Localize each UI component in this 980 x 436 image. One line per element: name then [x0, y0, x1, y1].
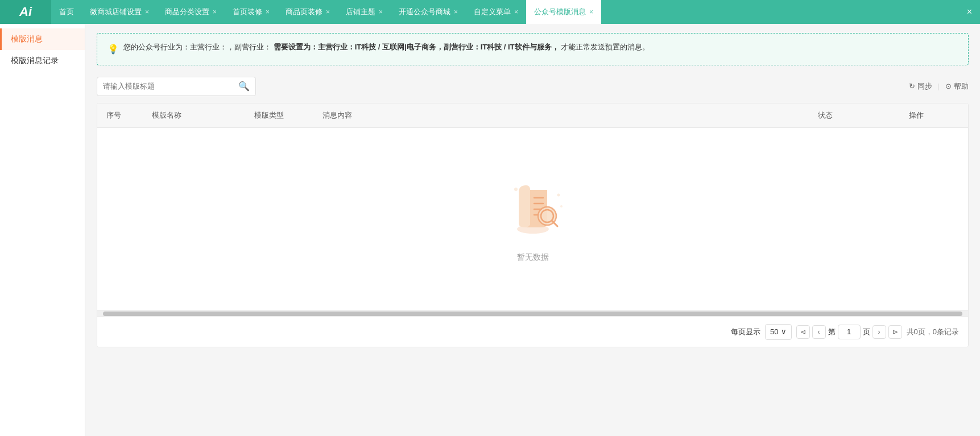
nav-tab-theme[interactable]: 店铺主题× — [338, 0, 391, 24]
scrollbar-area[interactable] — [97, 310, 968, 317]
first-page-button[interactable]: ⊲ — [796, 325, 810, 339]
tab-close-button[interactable]: × — [145, 9, 149, 15]
tab-close-button[interactable]: × — [213, 9, 217, 15]
page-size-label: 每页显示 — [731, 327, 760, 337]
sync-label: 同步 — [917, 81, 932, 92]
help-label: 帮助 — [954, 81, 969, 92]
nav-tab-label: 商品页装修 — [286, 7, 322, 17]
toolbar: 🔍 ↻ 同步 | ⊙ 帮助 — [97, 77, 969, 96]
tab-close-button[interactable]: × — [454, 9, 458, 15]
sidebar-item-template-msg-log[interactable]: 模版消息记录 — [0, 50, 85, 72]
page-number-input[interactable] — [838, 325, 861, 339]
nav-tab-home[interactable]: 首页 — [51, 0, 82, 24]
logo-text: Ai — [19, 5, 32, 19]
close-all-button[interactable]: × — [959, 7, 980, 17]
nav-tab-category[interactable]: 商品分类设置× — [157, 0, 225, 24]
chevron-down-icon: ∨ — [781, 327, 787, 336]
table-col-actions: 操作 — [900, 103, 968, 127]
next-page-button[interactable]: › — [873, 325, 886, 339]
page-size-select[interactable]: 50 ∨ — [765, 324, 791, 340]
svg-point-8 — [514, 188, 518, 191]
table-header: 序号模版名称模版类型消息内容状态操作 — [97, 103, 968, 128]
sidebar: 模版消息模版消息记录 — [0, 24, 85, 436]
top-nav: Ai 首页微商城店铺设置×商品分类设置×首页装修×商品页装修×店铺主题×开通公众… — [0, 0, 980, 24]
table-col-content: 消息内容 — [313, 103, 809, 127]
nav-tab-label: 店铺主题 — [346, 7, 375, 17]
notice-text: 您的公众号行业为：主营行业：，副营行业： 需要设置为：主营行业：IT科技 / 互… — [123, 41, 650, 53]
nav-tab-label: 开通公众号商城 — [399, 7, 450, 17]
logo: Ai — [0, 0, 51, 24]
empty-illustration — [499, 175, 567, 243]
help-icon: ⊙ — [945, 82, 952, 90]
nav-tab-label: 公众号模版消息 — [534, 7, 586, 17]
nav-tab-weshop[interactable]: 微商城店铺设置× — [82, 0, 157, 24]
nav-tab-homepage[interactable]: 首页装修× — [225, 0, 278, 24]
sidebar-item-template-msg[interactable]: 模版消息 — [0, 28, 85, 50]
tab-close-button[interactable]: × — [514, 9, 518, 15]
nav-tabs: 首页微商城店铺设置×商品分类设置×首页装修×商品页装修×店铺主题×开通公众号商城… — [51, 0, 959, 24]
svg-point-9 — [557, 193, 560, 196]
table-col-type: 模版类型 — [245, 103, 313, 127]
page-unit: 页 — [863, 327, 870, 337]
empty-state: 暂无数据 — [499, 152, 567, 285]
notice-icon: 💡 — [107, 42, 119, 57]
help-button[interactable]: ⊙ 帮助 — [945, 81, 969, 92]
nav-tab-label: 首页装修 — [233, 7, 262, 17]
nav-tab-templatemsg[interactable]: 公众号模版消息× — [526, 0, 601, 24]
nav-tab-label: 自定义菜单 — [474, 7, 511, 17]
tab-close-button[interactable]: × — [266, 9, 270, 15]
last-page-button[interactable]: ⊳ — [888, 325, 902, 339]
table-body: 暂无数据 — [97, 128, 968, 310]
notice-suffix: 才能正常发送预置的消息。 — [561, 43, 650, 51]
notice-highlight: 需要设置为：主营行业：IT科技 / 互联网|电子商务，副营行业：IT科技 / I… — [274, 43, 559, 51]
search-box: 🔍 — [97, 77, 256, 96]
notice-prefix: 您的公众号行业为：主营行业：，副营行业： — [123, 43, 271, 51]
tab-close-button[interactable]: × — [589, 9, 593, 15]
nav-tab-label: 首页 — [59, 7, 74, 17]
scrollbar-thumb[interactable] — [103, 312, 962, 316]
svg-point-10 — [560, 205, 563, 207]
tab-close-button[interactable]: × — [326, 9, 330, 15]
nav-tab-label: 商品分类设置 — [165, 7, 209, 17]
notice-banner: 💡 您的公众号行业为：主营行业：，副营行业： 需要设置为：主营行业：IT科技 /… — [97, 33, 969, 65]
main-layout: 模版消息模版消息记录 💡 您的公众号行业为：主营行业：，副营行业： 需要设置为：… — [0, 24, 980, 436]
nav-tab-productpage[interactable]: 商品页装修× — [278, 0, 338, 24]
table-col-name: 模版名称 — [143, 103, 245, 127]
data-table: 序号模版名称模版类型消息内容状态操作 — [97, 103, 969, 347]
content-area: 💡 您的公众号行业为：主营行业：，副营行业： 需要设置为：主营行业：IT科技 /… — [85, 24, 980, 436]
toolbar-actions: ↻ 同步 | ⊙ 帮助 — [909, 81, 969, 92]
page-total: 共0页，0条记录 — [907, 327, 959, 337]
page-word: 第 — [828, 327, 836, 337]
sync-icon: ↻ — [909, 82, 915, 90]
pagination: 每页显示 50 ∨ ⊲ ‹ 第 页 › ⊳ 共0页，0条记录 — [97, 317, 968, 347]
sync-button[interactable]: ↻ 同步 — [909, 81, 932, 92]
tab-close-button[interactable]: × — [379, 9, 383, 15]
table-col-status: 状态 — [809, 103, 900, 127]
search-icon[interactable]: 🔍 — [238, 81, 250, 92]
prev-page-button[interactable]: ‹ — [812, 325, 826, 339]
nav-tab-mall[interactable]: 开通公众号商城× — [391, 0, 466, 24]
search-input[interactable] — [103, 82, 238, 90]
page-nav: ⊲ ‹ 第 页 › ⊳ — [796, 325, 902, 339]
divider: | — [938, 82, 940, 90]
nav-tab-label: 微商城店铺设置 — [90, 7, 142, 17]
empty-text: 暂无数据 — [517, 252, 549, 263]
nav-tab-custommenu[interactable]: 自定义菜单× — [466, 0, 526, 24]
table-col-index: 序号 — [97, 103, 143, 127]
page-size-value: 50 — [770, 327, 778, 336]
